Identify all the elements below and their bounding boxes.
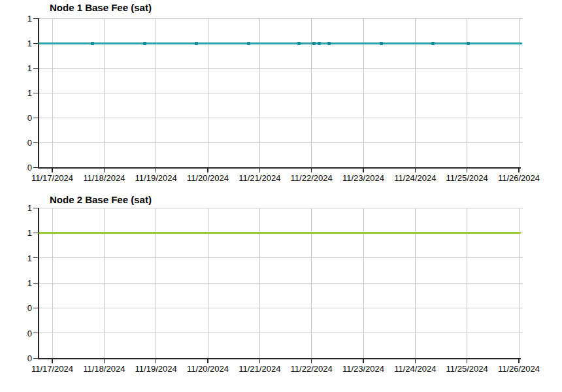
x-tick-label: 11/17/2024: [25, 173, 80, 183]
data-point-marker: [91, 42, 94, 45]
y-tick-label: 0: [12, 163, 32, 172]
v-gridline: [156, 208, 156, 358]
v-gridline: [52, 18, 53, 167]
chart-title: Node 1 Base Fee (sat): [50, 2, 152, 13]
chart-title: Node 2 Base Fee (sat): [50, 194, 152, 205]
y-tick-label: 1: [12, 39, 32, 48]
h-gridline: [39, 118, 523, 118]
y-tick-mark: [33, 68, 38, 69]
x-tick-label: 11/21/2024: [232, 364, 287, 374]
y-tick-label: 0: [12, 138, 32, 148]
x-tick-mark: [415, 169, 416, 172]
v-gridline: [363, 208, 364, 358]
x-tick-label: 11/20/2024: [180, 364, 235, 374]
v-gridline: [259, 18, 260, 167]
y-tick-mark: [33, 233, 38, 233]
x-tick-mark: [518, 359, 520, 363]
x-axis-line: [38, 358, 521, 359]
y-tick-label: 1: [12, 253, 32, 263]
y-tick-label: 1: [12, 63, 32, 73]
y-tick-label: 1: [12, 88, 32, 98]
x-tick-label: 11/22/2024: [284, 364, 339, 374]
x-tick-label: 11/18/2024: [76, 364, 131, 374]
h-gridline: [39, 308, 523, 308]
x-tick-label: 11/23/2024: [336, 173, 391, 183]
v-gridline: [467, 208, 467, 358]
series-line-2: [39, 232, 521, 234]
v-gridline: [311, 18, 312, 167]
x-tick-label: 11/24/2024: [388, 364, 442, 374]
x-tick-mark: [104, 359, 105, 363]
h-gridline: [39, 68, 523, 69]
x-tick-mark: [207, 169, 208, 172]
data-point-marker: [318, 42, 321, 45]
v-gridline: [519, 208, 520, 358]
x-tick-label: 11/25/2024: [440, 364, 495, 374]
x-tick-mark: [52, 169, 53, 172]
x-tick-mark: [311, 359, 312, 363]
x-tick-mark: [259, 169, 261, 172]
y-tick-label: 1: [12, 228, 32, 238]
y-tick-mark: [33, 142, 38, 143]
h-gridline: [39, 18, 523, 19]
v-gridline: [415, 208, 416, 358]
x-tick-label: 11/22/2024: [284, 173, 339, 183]
h-gridline: [39, 283, 523, 284]
x-tick-label: 11/26/2024: [491, 364, 546, 374]
x-tick-label: 11/19/2024: [129, 364, 184, 374]
y-tick-label: 1: [12, 203, 32, 213]
y-tick-label: 0: [12, 328, 32, 338]
y-tick-label: 0: [12, 303, 32, 313]
y-tick-mark: [33, 43, 38, 44]
data-point-marker: [327, 42, 331, 45]
x-tick-mark: [467, 169, 468, 172]
y-tick-label: 0: [12, 353, 32, 363]
v-gridline: [311, 208, 312, 358]
data-point-marker: [431, 42, 435, 45]
x-tick-label: 11/24/2024: [388, 173, 442, 183]
y-tick-mark: [33, 167, 38, 168]
x-tick-label: 11/17/2024: [25, 364, 80, 374]
y-tick-label: 1: [12, 278, 32, 288]
y-tick-mark: [33, 257, 38, 258]
h-gridline: [39, 93, 523, 93]
x-tick-mark: [415, 359, 416, 363]
series-line-1: [39, 42, 522, 44]
data-point-marker: [297, 42, 301, 45]
chart-node1-base-fee: Node 1 Base Fee (sat) 111100011/17/20241…: [0, 0, 562, 189]
data-point-marker: [467, 42, 470, 45]
y-tick-mark: [33, 308, 38, 308]
chart-node2-base-fee: Node 2 Base Fee (sat) 111100011/17/20241…: [0, 189, 562, 392]
v-gridline: [363, 18, 364, 167]
x-tick-label: 11/18/2024: [76, 173, 131, 183]
x-tick-mark: [311, 169, 312, 172]
v-gridline: [467, 18, 467, 167]
x-tick-label: 11/21/2024: [232, 173, 287, 183]
v-gridline: [519, 18, 520, 167]
y-axis-line: [38, 208, 39, 359]
x-tick-label: 11/25/2024: [440, 173, 495, 183]
data-point-marker: [143, 42, 146, 45]
h-gridline: [39, 257, 523, 258]
data-point-marker: [247, 42, 250, 45]
v-gridline: [208, 208, 208, 358]
x-tick-label: 11/26/2024: [491, 173, 546, 183]
y-tick-mark: [33, 93, 38, 93]
x-tick-mark: [363, 359, 364, 363]
v-gridline: [259, 208, 260, 358]
x-tick-mark: [156, 359, 157, 363]
x-tick-mark: [518, 169, 520, 172]
y-axis-line: [38, 18, 39, 169]
data-point-marker: [312, 42, 316, 45]
y-tick-mark: [33, 18, 38, 19]
v-gridline: [156, 18, 156, 167]
x-tick-label: 11/20/2024: [180, 173, 235, 183]
y-tick-mark: [33, 118, 38, 118]
x-tick-mark: [52, 359, 53, 363]
v-gridline: [104, 18, 105, 167]
h-gridline: [39, 142, 523, 143]
v-gridline: [208, 18, 208, 167]
v-gridline: [52, 208, 53, 358]
x-tick-mark: [259, 359, 261, 363]
h-gridline: [39, 333, 523, 333]
